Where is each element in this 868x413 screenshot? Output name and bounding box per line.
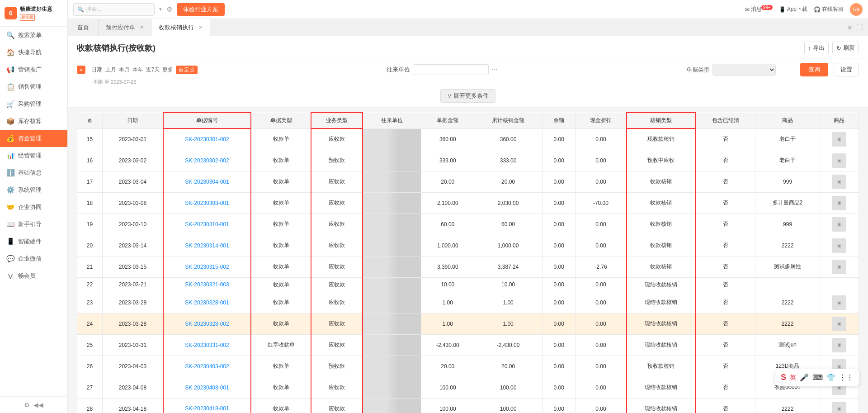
weixin-icon: 💬: [6, 255, 14, 263]
message-icon: ✉: [745, 6, 750, 13]
bill-no-link[interactable]: SK-20230315-002: [185, 264, 229, 270]
maximize-icon[interactable]: ⛶: [856, 24, 863, 31]
partner-input[interactable]: [413, 64, 489, 75]
cell-partner: [363, 171, 421, 192]
bill-no-link[interactable]: SK-20230308-001: [185, 200, 229, 206]
bill-type-select[interactable]: [712, 64, 776, 76]
tab-prepay-close-icon[interactable]: ✕: [140, 24, 144, 30]
sidebar-item-weixin[interactable]: 💬企业微信: [0, 250, 67, 267]
bill-no-link[interactable]: SK-20230331-002: [185, 342, 229, 348]
industry-solution-button[interactable]: 体验行业方案: [177, 3, 225, 16]
cell-cum-writeoff: 20.00: [474, 171, 542, 192]
cell-bill-no: SK-20230302-002: [163, 150, 251, 171]
partner-more-icon[interactable]: ···: [491, 66, 497, 74]
bill-no-link[interactable]: SK-20230403-002: [185, 363, 229, 370]
english-icon[interactable]: 英: [790, 374, 796, 382]
sidebar-item-quicknav[interactable]: 🏠快捷导航: [0, 44, 67, 61]
cell-date: 2023-03-04: [102, 171, 163, 192]
tab-home[interactable]: 首页: [68, 19, 99, 36]
cell-bill-no: SK-20230321-003: [163, 277, 251, 292]
sidebar-item-search[interactable]: 🔍搜索菜单: [0, 27, 67, 44]
sidebar-item-sales[interactable]: 📋销售管理: [0, 78, 67, 95]
bill-no-link[interactable]: SK-20230304-001: [185, 179, 229, 185]
keyboard-icon[interactable]: ⌨: [812, 373, 823, 382]
bill-no-link[interactable]: SK-20230321-003: [185, 281, 229, 288]
sidebar-item-system[interactable]: ⚙️系统管理: [0, 181, 67, 199]
date-this-year[interactable]: 本年: [132, 66, 143, 74]
export-icon: ↑: [808, 45, 811, 52]
bill-no-link[interactable]: SK-20230301-002: [185, 136, 229, 142]
cell-cash-discount: 0.00: [576, 334, 627, 356]
settings-icon[interactable]: ⚙: [24, 401, 30, 408]
table-row: 21 2023-03-15 SK-20230315-002 收款单 应收款 3,…: [77, 256, 859, 277]
cell-balance: 0.00: [542, 334, 576, 356]
cell-include-settled: 否: [695, 235, 755, 256]
bill-no-link[interactable]: SK-20230302-002: [185, 157, 229, 164]
bill-no-link[interactable]: SK-20230418-001: [185, 405, 229, 412]
sidebar-item-finance[interactable]: 💰资金管理: [0, 130, 67, 147]
settings-button[interactable]: 设置: [834, 63, 859, 76]
cell-bill-no: SK-20230331-002: [163, 334, 251, 356]
app-download-item[interactable]: 📱 App下载: [779, 5, 807, 13]
expand-more-conditions-button[interactable]: ∨ 展开更多条件: [440, 89, 496, 103]
cell-date: 2023-03-10: [102, 214, 163, 235]
grid-icon[interactable]: ⋮⋮: [839, 373, 854, 382]
cell-product-img: ▣: [820, 128, 859, 150]
cell-balance: 0.00: [542, 192, 576, 214]
cell-bill-no: SK-20230403-002: [163, 356, 251, 377]
bill-type-filter: 单据类型: [686, 64, 776, 76]
sidebar-item-guide[interactable]: 📖新手引导: [0, 216, 67, 233]
user-avatar[interactable]: Rit: [850, 3, 863, 16]
cell-bill-amount: 100.00: [421, 398, 474, 413]
date-7-days[interactable]: 近7天: [146, 66, 160, 74]
gear-icon[interactable]: ⚙: [166, 5, 172, 14]
shirt-icon[interactable]: 👕: [826, 373, 835, 382]
bill-no-link[interactable]: SK-20230408-001: [185, 385, 229, 391]
bill-no-link[interactable]: SK-20230328-001: [185, 299, 229, 306]
sidebar-item-member[interactable]: V畅会员: [0, 267, 67, 285]
sidebar-item-enterprise[interactable]: 🤝企业协同: [0, 199, 67, 216]
export-button[interactable]: ↑ 导出: [804, 42, 829, 54]
date-last-month[interactable]: 上月: [105, 66, 116, 74]
topbar: 🔍 搜索... ▾ ⚙ 体验行业方案 ✉ 消息 99+ 📱 App下载 🎧 在线…: [68, 0, 868, 19]
mic-icon[interactable]: 🎤: [800, 373, 809, 382]
sidebar-item-hardware[interactable]: 📱智能硬件: [0, 233, 67, 250]
refresh-button[interactable]: ↻ 刷新: [832, 42, 859, 54]
tab-collection[interactable]: 收款核销执行 ✕: [151, 19, 210, 36]
topbar-search-box[interactable]: 🔍 搜索...: [73, 3, 155, 16]
cell-cum-writeoff: 20.00: [474, 356, 542, 377]
cell-date: 2023-03-02: [102, 150, 163, 171]
sidebar-item-purchase[interactable]: 🛒采购管理: [0, 95, 67, 113]
tab-collection-close-icon[interactable]: ✕: [198, 24, 203, 30]
bill-no-link[interactable]: SK-20230328-002: [185, 321, 229, 327]
hardware-icon: 📱: [6, 237, 14, 246]
cell-include-settled: 否: [695, 313, 755, 334]
tab-prepay[interactable]: 预付应付单 ✕: [99, 19, 151, 36]
cell-product-img: [820, 277, 859, 292]
bill-no-link[interactable]: SK-20230310-001: [185, 221, 229, 228]
query-button[interactable]: 查询: [800, 63, 828, 76]
bill-no-link[interactable]: SK-20230314-001: [185, 242, 229, 249]
sidebar-item-operations[interactable]: 📊经营管理: [0, 147, 67, 164]
cell-bill-no: SK-20230328-001: [163, 292, 251, 313]
date-more[interactable]: 更多: [162, 66, 173, 74]
dropdown-chevron-icon[interactable]: ▾: [159, 6, 162, 12]
col-header-settings[interactable]: ⚙: [77, 113, 103, 128]
date-custom-button[interactable]: 自定义: [176, 66, 198, 74]
cell-bill-type: 收款单: [251, 313, 311, 334]
cell-include-settled: 否: [695, 398, 755, 413]
sidebar-item-marketing[interactable]: 📢营销推广: [0, 61, 67, 78]
notification-item[interactable]: ✉ 消息 99+: [745, 5, 773, 13]
collapse-icon[interactable]: ◀◀: [33, 401, 43, 408]
online-service-item[interactable]: 🎧 在线客服: [814, 5, 844, 13]
sidebar-item-inventory[interactable]: 📦库存核算: [0, 113, 67, 130]
tab-bar: 首页 预付应付单 ✕ 收款核销执行 ✕ ✕ ⛶: [68, 19, 868, 36]
cell-date: 2023-03-28: [102, 313, 163, 334]
cell-biz-type: 预收款: [311, 150, 363, 171]
cell-bill-amount: 360.00: [421, 128, 474, 150]
cell-bill-amount: 100.00: [421, 377, 474, 398]
sidebar-item-basic[interactable]: ℹ️基础信息: [0, 164, 67, 181]
filter-expand-button[interactable]: »: [77, 66, 85, 74]
date-this-month[interactable]: 本月: [119, 66, 130, 74]
close-tab-icon[interactable]: ✕: [847, 24, 853, 31]
